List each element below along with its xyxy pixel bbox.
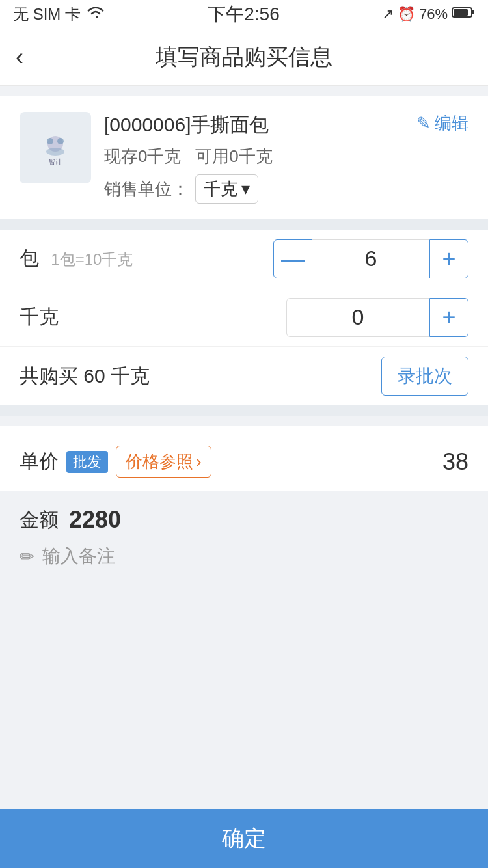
price-ref-icon: › [196,452,202,472]
kilogram-quantity-control: + [286,298,468,337]
edit-label: 编辑 [435,112,468,135]
package-label: 包 1包=10千克 [20,245,273,272]
total-prefix: 共购买 [20,365,78,387]
product-thumbnail: 智计 [20,112,91,183]
price-ref-label: 价格参照 [126,450,193,473]
package-text: 包 [20,247,39,269]
nav-bar: ‹ 填写商品购买信息 [0,29,488,86]
svg-point-6 [46,148,64,156]
svg-rect-1 [454,9,468,16]
remark-placeholder: 输入备注 [42,544,115,569]
kilogram-label: 千克 [20,304,286,331]
amount-label: 金额 [20,507,59,534]
package-input[interactable] [312,239,429,278]
available-label: 可用0千克 [195,146,272,166]
price-label: 单价 [20,448,59,475]
price-value: 38 [442,448,468,476]
status-right: ↗ ⏰ 76% [382,6,475,23]
page-title: 填写商品购买信息 [156,42,332,72]
section-divider-2 [0,405,488,416]
price-ref-button[interactable]: 价格参照 › [116,446,211,478]
batch-button[interactable]: 录批次 [381,357,468,396]
package-increment-button[interactable]: + [429,239,468,278]
amount-section: 金额 2280 ✏ 输入备注 [0,491,488,579]
location-icon: ↗ [382,6,394,23]
battery-label: 76% [419,6,448,23]
package-input-section: 包 1包=10千克 — + 千克 + [0,230,488,347]
status-bar: 无 SIM 卡 下午2:56 ↗ ⏰ 76% [0,0,488,29]
confirm-button[interactable]: 确定 [0,809,488,868]
total-row: 共购买 60 千克 录批次 [0,347,488,405]
dropdown-icon: ▾ [241,179,250,199]
kilogram-input[interactable] [286,298,429,337]
remark-row[interactable]: ✏ 输入备注 [20,544,468,569]
package-hint: 1包=10千克 [51,251,133,268]
kilogram-row: 千克 + [0,288,488,347]
kilogram-increment-button[interactable]: + [429,298,468,337]
edit-icon: ✎ [416,113,431,133]
svg-point-5 [57,138,64,144]
back-button[interactable]: ‹ [16,44,23,71]
wholesale-tag: 批发 [66,451,108,473]
pencil-icon: ✏ [20,546,34,567]
status-left: 无 SIM 卡 [13,4,105,25]
product-info: [0000006]手撕面包 现存0千克 可用0千克 销售单位： 千克 ▾ [104,112,468,204]
price-row: 单价 批发 价格参照 › 38 [20,446,468,478]
amount-row: 金额 2280 [20,506,468,534]
alarm-icon: ⏰ [398,6,415,23]
amount-value: 2280 [69,506,121,534]
svg-text:智计: 智计 [49,158,62,165]
unit-select[interactable]: 千克 ▾ [195,174,258,204]
stock-label: 现存0千克 [104,146,181,166]
status-time: 下午2:56 [208,2,280,27]
total-unit: 千克 [111,365,150,387]
product-name: [0000006]手撕面包 [104,112,468,139]
total-label: 共购买 60 千克 [20,363,150,390]
no-sim-label: 无 SIM 卡 [13,4,81,25]
wifi-icon [86,5,105,23]
package-row: 包 1包=10千克 — + [0,230,488,288]
section-divider-1 [0,219,488,230]
svg-point-4 [47,138,53,144]
battery-icon [452,6,475,23]
svg-rect-2 [472,10,474,14]
package-decrement-button[interactable]: — [273,239,312,278]
edit-button[interactable]: ✎ 编辑 [416,112,468,135]
product-unit: 销售单位： 千克 ▾ [104,174,468,204]
package-quantity-control: — + [273,239,468,278]
unit-prefix-label: 销售单位： [104,178,189,200]
price-section: 单价 批发 价格参照 › 38 [0,426,488,491]
unit-value: 千克 [204,178,237,200]
confirm-label: 确定 [222,824,266,854]
product-card: 智计 [0000006]手撕面包 现存0千克 可用0千克 销售单位： 千克 ▾ … [0,96,488,219]
price-label-area: 单价 批发 价格参照 › [20,446,211,478]
total-amount: 60 [83,365,105,387]
product-stock: 现存0千克 可用0千克 [104,145,468,168]
bottom-area [0,579,488,839]
